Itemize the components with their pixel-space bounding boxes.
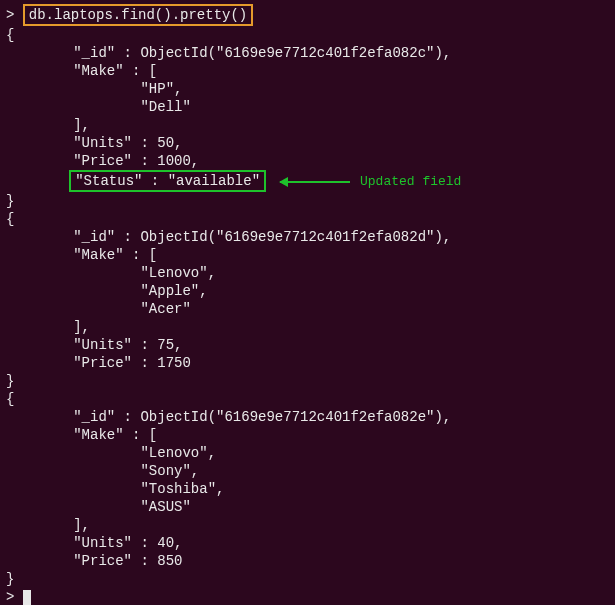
command-text: db.laptops.find().pretty(): [29, 7, 247, 23]
doc3-make-2: "Toshiba",: [6, 480, 609, 498]
doc2-make-0: "Lenovo",: [6, 264, 609, 282]
doc3-make-3: "ASUS": [6, 498, 609, 516]
doc1-make-open: "Make" : [: [6, 62, 609, 80]
doc2-id: "_id" : ObjectId("6169e9e7712c401f2efa08…: [6, 228, 609, 246]
doc2-price: "Price" : 1750: [6, 354, 609, 372]
status-indent: [6, 173, 73, 189]
doc1-make-close: ],: [6, 116, 609, 134]
doc2-units: "Units" : 75,: [6, 336, 609, 354]
doc2-make-close: ],: [6, 318, 609, 336]
status-text: "Status" : "available": [75, 173, 260, 189]
doc3-units: "Units" : 40,: [6, 534, 609, 552]
doc3-price: "Price" : 850: [6, 552, 609, 570]
doc2-make-open: "Make" : [: [6, 246, 609, 264]
doc3-make-0: "Lenovo",: [6, 444, 609, 462]
doc3-open: {: [6, 390, 609, 408]
prompt-line-2[interactable]: >: [6, 588, 609, 605]
command-highlight-box: db.laptops.find().pretty(): [23, 4, 253, 26]
doc2-open: {: [6, 210, 609, 228]
arrow-icon: [280, 181, 350, 183]
doc1-make-1: "Dell": [6, 98, 609, 116]
doc3-id: "_id" : ObjectId("6169e9e7712c401f2efa08…: [6, 408, 609, 426]
status-highlight-box: "Status" : "available": [69, 170, 266, 192]
annotation: Updated field: [280, 173, 461, 191]
prompt-symbol-2: >: [6, 589, 14, 605]
doc2-make-2: "Acer": [6, 300, 609, 318]
doc3-make-1: "Sony",: [6, 462, 609, 480]
doc1-price: "Price" : 1000,: [6, 152, 609, 170]
annotation-label: Updated field: [360, 173, 461, 191]
prompt-symbol: >: [6, 7, 14, 23]
prompt-line[interactable]: > db.laptops.find().pretty(): [6, 4, 609, 26]
doc3-make-close: ],: [6, 516, 609, 534]
doc1-id: "_id" : ObjectId("6169e9e7712c401f2efa08…: [6, 44, 609, 62]
cursor-block: [23, 590, 31, 605]
doc2-close: }: [6, 372, 609, 390]
doc2-make-1: "Apple",: [6, 282, 609, 300]
doc3-close: }: [6, 570, 609, 588]
doc1-make-0: "HP",: [6, 80, 609, 98]
doc1-close: }: [6, 192, 609, 210]
doc1-open: {: [6, 26, 609, 44]
doc3-make-open: "Make" : [: [6, 426, 609, 444]
doc1-units: "Units" : 50,: [6, 134, 609, 152]
